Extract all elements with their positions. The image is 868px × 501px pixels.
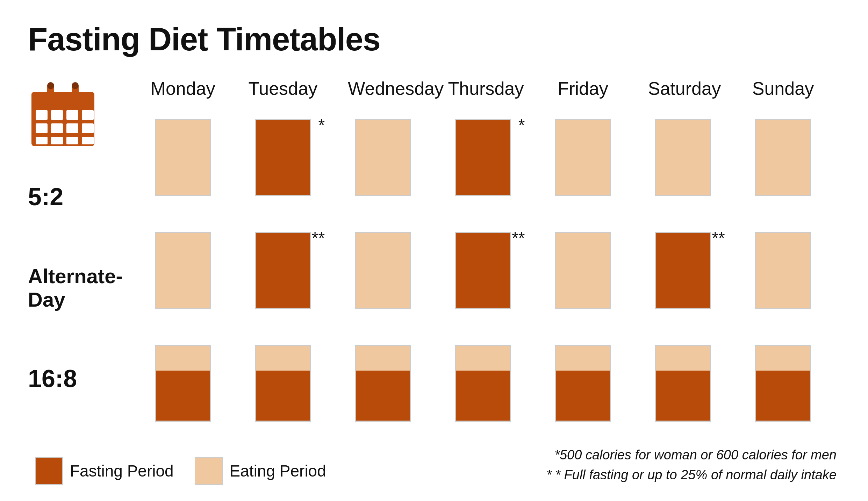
bar-52-thu-inner [455,119,511,196]
main-content: 5:2 Alternate-Day 16:8 Monday Tuesday We… [28,78,840,435]
bar-168-fri [555,345,611,422]
svg-rect-6 [36,110,48,120]
bar-52-sun [755,119,811,196]
bar-52-sat-inner [655,119,711,196]
bar-168-sun-inner [755,345,811,422]
bar-52-tue-inner [255,119,311,196]
footnote-2: * * Full fasting or up to 25% of normal … [546,465,837,485]
bar-52-wed-inner [355,119,411,196]
svg-rect-9 [82,110,94,120]
bar-alt-sun [755,232,811,309]
bar-168-tue-inner [255,345,311,422]
bar-168-mon-inner [155,345,211,422]
svg-rect-16 [66,137,78,144]
svg-rect-11 [51,123,63,133]
svg-rect-15 [51,137,63,144]
footnote-1: *500 calories for woman or 600 calories … [546,445,837,465]
bar-alt-mon-inner [155,232,211,309]
asterisk-52-tue: * [318,115,325,135]
day-monday: Monday [148,78,218,99]
bar-alt-tue-inner [255,232,311,309]
legend-eating-label: Eating Period [230,461,326,480]
row-label-altday: Alternate-Day [28,242,126,333]
grid-area: Monday Tuesday Wednesday Thursday Friday… [126,78,840,435]
bar-alt-sat: ** [655,232,711,309]
legend-fasting-box [35,457,63,485]
bar-168-thu [455,345,511,422]
bar-168-thu-inner [455,345,511,422]
svg-rect-13 [82,123,94,133]
bar-52-tue: * [255,119,311,196]
svg-rect-12 [66,123,78,133]
bar-52-sat [655,119,711,196]
bar-alt-sun-inner [755,232,811,309]
svg-point-4 [47,82,54,89]
svg-rect-1 [31,92,94,106]
bar-168-wed [355,345,411,422]
svg-rect-17 [82,137,94,144]
bar-alt-thu-inner [455,232,511,309]
bar-alt-fri-inner [555,232,611,309]
left-labels: 5:2 Alternate-Day 16:8 [28,78,126,435]
bar-52-fri [555,119,611,196]
asterisk-52-thu: * [518,115,525,135]
svg-point-5 [72,82,79,89]
row-label-168: 16:8 [28,333,126,424]
calendar-icon [28,78,98,148]
asterisk-alt-sat: ** [712,228,725,248]
legend: Fasting Period Eating Period [31,457,326,485]
bar-52-mon [155,119,211,196]
bar-168-mon [155,345,211,422]
bar-52-fri-inner [555,119,611,196]
bar-52-thu: * [455,119,511,196]
bar-alt-tue: ** [255,232,311,309]
diet-row-altday: ** ** [126,228,840,312]
asterisk-alt-tue: ** [312,228,325,248]
footnotes: *500 calories for woman or 600 calories … [546,445,837,485]
bar-alt-wed-inner [355,232,411,309]
bar-alt-mon [155,232,211,309]
bar-168-sun [755,345,811,422]
day-tuesday: Tuesday [248,78,318,99]
bar-168-fri-inner [555,345,611,422]
bar-52-wed [355,119,411,196]
day-headers: Monday Tuesday Wednesday Thursday Friday… [126,78,840,99]
bar-52-mon-inner [155,119,211,196]
bar-alt-wed [355,232,411,309]
bar-alt-fri [555,232,611,309]
page: Fasting Diet Timetables [0,0,868,501]
bar-168-sat [655,345,711,422]
svg-rect-14 [36,137,48,144]
asterisk-alt-thu: ** [512,228,525,248]
day-wednesday: Wednesday [348,78,418,99]
svg-rect-10 [36,123,48,133]
day-saturday: Saturday [648,78,718,99]
bar-52-sun-inner [755,119,811,196]
bar-168-wed-inner [355,345,411,422]
rows-container: * * [126,106,840,435]
day-thursday: Thursday [448,78,518,99]
svg-rect-8 [66,110,78,120]
diet-row-168 [126,341,840,425]
legend-eating: Eating Period [195,457,326,485]
legend-fasting-label: Fasting Period [70,461,174,480]
svg-rect-7 [51,110,63,120]
legend-fasting: Fasting Period [35,457,174,485]
bar-alt-thu: ** [455,232,511,309]
bar-168-tue [255,345,311,422]
diet-row-52: * * [126,115,840,199]
bar-168-sat-inner [655,345,711,422]
legend-eating-box [195,457,223,485]
day-sunday: Sunday [748,78,818,99]
bar-alt-sat-inner [655,232,711,309]
page-title: Fasting Diet Timetables [28,21,840,58]
day-friday: Friday [548,78,618,99]
row-labels: 5:2 Alternate-Day 16:8 [28,151,126,435]
row-label-52: 5:2 [28,151,126,242]
legend-and-notes: Fasting Period Eating Period *500 calori… [28,445,840,485]
